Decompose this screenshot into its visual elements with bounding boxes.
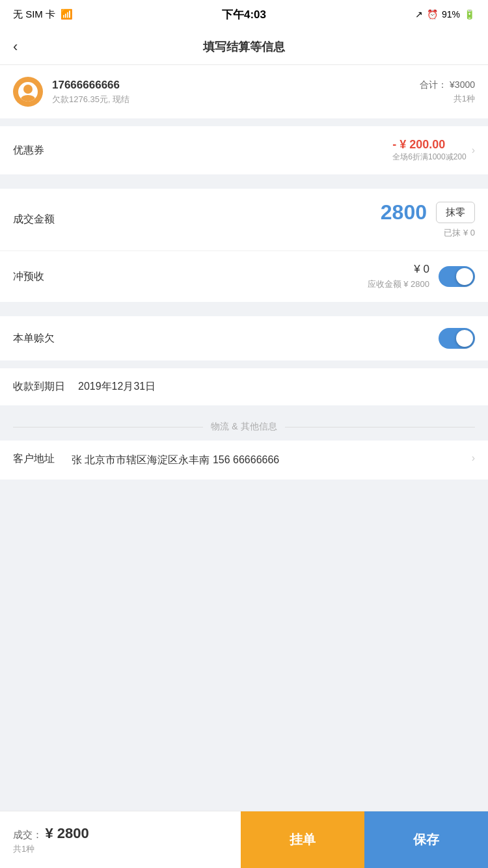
customer-sub-text: 欠款1276.35元, 现结: [52, 94, 129, 105]
credit-section: 本单赊欠: [0, 316, 488, 360]
status-left: 无 SIM 卡 📶: [13, 8, 73, 21]
page-title: 填写结算等信息: [203, 39, 285, 55]
credit-toggle[interactable]: [439, 328, 475, 349]
nav-bar: ‹ 填写结算等信息: [0, 29, 488, 65]
alarm-icon: ⏰: [427, 9, 438, 20]
prepay-right: ¥ 0 应收金额 ¥ 2800: [368, 263, 475, 290]
bottom-bar: 成交： ¥ 2800 共1种 挂单 保存: [0, 811, 488, 868]
deal-amount-value-area: 2800 抹零: [381, 200, 475, 224]
total-count: 共1种: [420, 93, 475, 105]
total-value: ¥3000: [450, 79, 475, 90]
pending-button[interactable]: 挂单: [241, 811, 364, 869]
deal-amount-right: 2800 抹零 已抹 ¥ 0: [381, 200, 475, 239]
round-zero-button[interactable]: 抹零: [436, 202, 475, 223]
toggle-thumb: [456, 268, 473, 285]
coupon-label: 优惠券: [13, 144, 44, 157]
amount-note: 已抹 ¥ 0: [381, 227, 475, 239]
address-value: 张 北京市市辖区海淀区永丰南 156 66666666: [72, 452, 472, 468]
address-label: 客户地址: [13, 452, 65, 466]
bottom-total-value: ¥ 2800: [45, 825, 88, 841]
deal-amount-label: 成交金额: [13, 213, 55, 226]
prepay-row: 冲预收 ¥ 0 应收金额 ¥ 2800: [0, 251, 488, 302]
status-bar: 无 SIM 卡 📶 下午4:03 ↗ ⏰ 91% 🔋: [0, 0, 488, 29]
customer-info: 17666666666 欠款1276.35元, 现结: [52, 79, 129, 105]
chevron-right-icon: ›: [472, 144, 475, 156]
content: 17666666666 欠款1276.35元, 现结 合计： ¥3000 共1种…: [0, 65, 488, 616]
coupon-discount: - ¥ 200.00: [392, 138, 466, 152]
battery-icon: 🔋: [464, 9, 475, 20]
bottom-total-row: 成交： ¥ 2800: [13, 825, 228, 842]
wifi-icon: 📶: [61, 8, 73, 20]
credit-label: 本单赊欠: [13, 332, 55, 346]
deal-amount-section: 成交金额 2800 抹零 已抹 ¥ 0 冲预收 ¥ 0 应收金额 ¥ 2800: [0, 189, 488, 302]
credit-row: 本单赊欠: [0, 316, 488, 360]
divider-line-right: [285, 427, 475, 427]
prepay-sub: 应收金额 ¥ 2800: [368, 278, 429, 290]
due-date-row: 收款到期日 2019年12月31日: [0, 368, 488, 405]
prepay-amount: ¥ 0: [368, 263, 429, 276]
deal-amount-value: 2800: [381, 200, 427, 224]
coupon-row[interactable]: 优惠券 - ¥ 200.00 全场6折满1000减200 ›: [0, 126, 488, 174]
prepay-amount-area: ¥ 0 应收金额 ¥ 2800: [368, 263, 429, 290]
deal-amount-row: 成交金额 2800 抹零 已抹 ¥ 0: [0, 189, 488, 251]
avatar-inner: [18, 82, 38, 102]
bottom-summary: 成交： ¥ 2800 共1种: [0, 825, 241, 855]
logistics-divider: 物流 & 其他信息: [0, 413, 488, 441]
location-icon: ↗: [415, 9, 423, 20]
total-label: 合计： ¥3000: [420, 79, 475, 91]
status-right: ↗ ⏰ 91% 🔋: [415, 9, 475, 20]
due-date-value: 2019年12月31日: [78, 380, 156, 394]
coupon-right: - ¥ 200.00 全场6折满1000减200 ›: [392, 138, 475, 163]
avatar: [13, 77, 43, 107]
customer-left: 17666666666 欠款1276.35元, 现结: [13, 77, 129, 107]
status-time: 下午4:03: [222, 7, 266, 22]
logistics-text: 物流 & 其他信息: [211, 421, 277, 433]
coupon-desc: 全场6折满1000减200: [392, 152, 466, 163]
customer-total: 合计： ¥3000 共1种: [420, 79, 475, 105]
divider-line-left: [13, 427, 203, 427]
customer-phone: 17666666666: [52, 79, 129, 92]
bottom-space: [0, 480, 488, 558]
bottom-count: 共1种: [13, 843, 228, 855]
credit-toggle-thumb: [456, 330, 473, 347]
bottom-total-label: 成交：: [13, 829, 42, 840]
save-button[interactable]: 保存: [364, 811, 488, 869]
avatar-head: [23, 85, 33, 94]
prepay-toggle[interactable]: [439, 266, 475, 287]
avatar-body: [21, 95, 35, 102]
due-date-label: 收款到期日: [13, 380, 65, 394]
section-divider-2: [0, 310, 488, 316]
back-button[interactable]: ‹: [13, 38, 18, 55]
address-row[interactable]: 客户地址 张 北京市市辖区海淀区永丰南 156 66666666 ›: [0, 441, 488, 480]
prepay-label: 冲预收: [13, 270, 44, 284]
battery-text: 91%: [442, 9, 460, 20]
address-chevron-icon: ›: [472, 452, 475, 464]
section-divider-1: [0, 182, 488, 189]
customer-card: 17666666666 欠款1276.35元, 现结 合计： ¥3000 共1种: [0, 65, 488, 118]
carrier-text: 无 SIM 卡: [13, 8, 55, 21]
